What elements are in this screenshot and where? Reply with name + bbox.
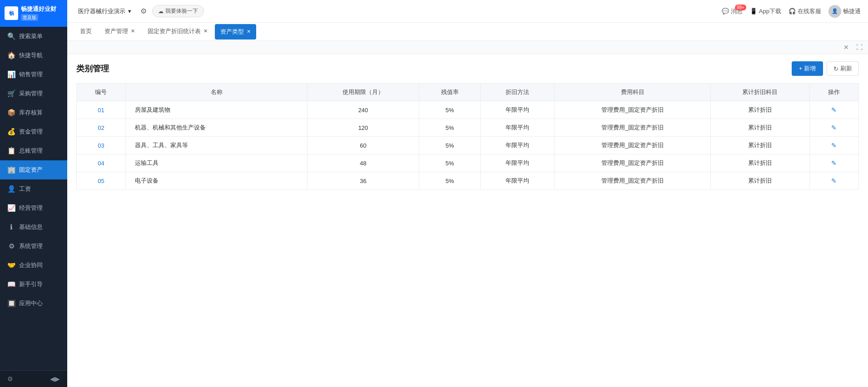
online-service-item[interactable]: 🎧 在线客服 — [789, 7, 821, 15]
page-top-bar: ✕ ⛶ — [67, 41, 868, 54]
company-selector[interactable]: 医疗器械行业演示 ▾ — [74, 5, 135, 17]
sidebar-item-operations[interactable]: 📈 经营管理 — [0, 198, 67, 218]
row-residual: 5% — [419, 137, 481, 154]
row-expense: 管理费用_固定资产折旧 — [555, 154, 711, 172]
row-method: 年限平均 — [481, 172, 555, 190]
app-download-item[interactable]: 📱 App下载 — [750, 7, 781, 15]
company-name: 医疗器械行业演示 — [78, 7, 125, 15]
user-item[interactable]: 👤 畅捷通 — [828, 5, 861, 18]
row-action: ✎ — [809, 119, 858, 137]
basic-icon: ℹ — [7, 223, 15, 231]
sales-icon: 📊 — [7, 70, 15, 79]
sidebar-item-inventory[interactable]: 📦 库存核算 — [0, 103, 67, 122]
sidebar-label-basic: 基础信息 — [19, 223, 43, 231]
message-item[interactable]: 💬 消息 99+ — [722, 7, 743, 15]
row-name: 器具、工具、家具等 — [125, 137, 307, 154]
online-service-label: 在线客服 — [798, 7, 821, 15]
sidebar-item-funds[interactable]: 💰 资金管理 — [0, 122, 67, 141]
sidebar-item-fixed[interactable]: 🏢 固定资产 — [0, 160, 67, 179]
cloud-icon: ☁ — [158, 8, 164, 15]
sidebar-item-enterprise[interactable]: 🤝 企业协同 — [0, 256, 67, 275]
inventory-icon: 📦 — [7, 109, 15, 117]
sidebar-item-guide[interactable]: 📖 新手引导 — [0, 275, 67, 294]
row-accumulated: 累计折旧 — [710, 137, 809, 154]
table-row: 03 器具、工具、家具等 60 5% 年限平均 管理费用_固定资产折旧 累计折旧… — [77, 137, 859, 154]
message-badge: 99+ — [735, 5, 746, 10]
tab-close-icon[interactable]: ✕ — [247, 29, 251, 35]
table-row: 04 运输工具 48 5% 年限平均 管理费用_固定资产折旧 累计折旧 ✎ — [77, 154, 859, 172]
header-settings-icon[interactable]: ⚙ — [139, 5, 149, 17]
sidebar-item-purchase[interactable]: 🛒 采购管理 — [0, 84, 67, 103]
sidebar-item-quicknav[interactable]: 🏠 快捷导航 — [0, 46, 67, 65]
avatar: 👤 — [828, 5, 841, 18]
sidebar-item-search[interactable]: 🔍 搜索菜单 — [0, 27, 67, 46]
tab-label: 资产类型 — [220, 28, 244, 36]
collapse-sidebar-icon[interactable]: ◀▶ — [50, 375, 60, 382]
sidebar-item-ledger[interactable]: 📋 总账管理 — [0, 141, 67, 160]
row-id-link[interactable]: 04 — [98, 160, 104, 167]
sidebar-item-system[interactable]: ⚙ 系统管理 — [0, 237, 67, 256]
tab-固定资产折旧统计表[interactable]: 固定资产折旧统计表✕ — [142, 24, 213, 40]
row-accumulated: 累计折旧 — [710, 101, 809, 119]
edit-icon[interactable]: ✎ — [831, 106, 837, 114]
tab-close-icon[interactable]: ✕ — [131, 28, 135, 34]
experience-button[interactable]: ☁ 我要体验一下 — [152, 5, 204, 17]
message-icon: 💬 — [722, 8, 729, 15]
app-name: 畅捷通好业财 — [21, 5, 56, 13]
row-id-link[interactable]: 01 — [98, 107, 104, 114]
col-header: 编号 — [77, 84, 126, 101]
page-title-row: 类别管理 + 新增 ↻ 刷新 — [76, 61, 859, 76]
chevron-down-icon: ▾ — [128, 8, 131, 15]
refresh-button[interactable]: ↻ 刷新 — [827, 61, 859, 76]
row-name: 房屋及建筑物 — [125, 101, 307, 119]
row-id: 05 — [77, 172, 126, 190]
row-method: 年限平均 — [481, 119, 555, 137]
table-body: 01 房屋及建筑物 240 5% 年限平均 管理费用_固定资产折旧 累计折旧 ✎… — [77, 101, 859, 190]
row-id-link[interactable]: 05 — [98, 178, 104, 184]
settings-footer-icon[interactable]: ⚙ — [7, 375, 13, 382]
table-row: 05 电子设备 36 5% 年限平均 管理费用_固定资产折旧 累计折旧 ✎ — [77, 172, 859, 190]
content-area: 类别管理 + 新增 ↻ 刷新 编号名称使用期限（月）残值率折旧方法费用科目累计折… — [67, 54, 868, 387]
edit-icon[interactable]: ✎ — [831, 124, 837, 131]
col-header: 名称 — [125, 84, 307, 101]
row-id-link[interactable]: 03 — [98, 142, 104, 149]
row-accumulated: 累计折旧 — [710, 119, 809, 137]
page-wrapper: ✕ ⛶ 类别管理 + 新增 ↻ 刷新 编号名称使用期限（月）残值率折旧方法费用科… — [67, 41, 868, 387]
row-expense: 管理费用_固定资产折旧 — [555, 137, 711, 154]
row-period: 60 — [308, 137, 419, 154]
sidebar: 畅 畅捷通好业财 普及版 🔍 搜索菜单 🏠 快捷导航 📊 销售管理 🛒 采购管理… — [0, 0, 67, 387]
sidebar-item-salary[interactable]: 👤 工资 — [0, 179, 67, 198]
row-method: 年限平均 — [481, 101, 555, 119]
enterprise-icon: 🤝 — [7, 261, 15, 269]
row-id-link[interactable]: 02 — [98, 124, 104, 131]
minimize-icon[interactable]: ✕ — [842, 43, 851, 52]
edit-icon[interactable]: ✎ — [831, 159, 837, 167]
sidebar-label-enterprise: 企业协同 — [19, 261, 43, 269]
row-period: 120 — [308, 119, 419, 137]
tab-close-icon[interactable]: ✕ — [203, 28, 208, 34]
guide-icon: 📖 — [7, 280, 15, 288]
tab-label: 资产管理 — [104, 27, 128, 35]
page-title: 类别管理 — [76, 63, 109, 74]
sidebar-label-system: 系统管理 — [19, 242, 43, 250]
tab-首页[interactable]: 首页 — [74, 24, 97, 40]
app-logo: 畅 畅捷通好业财 普及版 — [0, 0, 67, 27]
app-download-label: App下载 — [759, 7, 781, 15]
sidebar-item-basic[interactable]: ℹ 基础信息 — [0, 218, 67, 237]
tab-资产类型[interactable]: 资产类型✕ — [215, 24, 256, 40]
new-button[interactable]: + 新增 — [792, 61, 823, 76]
funds-icon: 💰 — [7, 128, 15, 136]
sidebar-label-inventory: 库存核算 — [19, 109, 43, 117]
row-accumulated: 累计折旧 — [710, 154, 809, 172]
edit-icon[interactable]: ✎ — [831, 142, 837, 149]
sidebar-item-apps[interactable]: 🔲 应用中心 — [0, 294, 67, 313]
sidebar-label-sales: 销售管理 — [19, 70, 43, 79]
sidebar-label-operations: 经营管理 — [19, 204, 43, 212]
edit-icon[interactable]: ✎ — [831, 177, 837, 184]
tab-资产管理[interactable]: 资产管理✕ — [99, 24, 140, 40]
tab-label: 固定资产折旧统计表 — [148, 27, 201, 35]
expand-icon[interactable]: ⛶ — [854, 43, 864, 52]
row-action: ✎ — [809, 172, 858, 190]
row-residual: 5% — [419, 101, 481, 119]
sidebar-item-sales[interactable]: 📊 销售管理 — [0, 65, 67, 84]
